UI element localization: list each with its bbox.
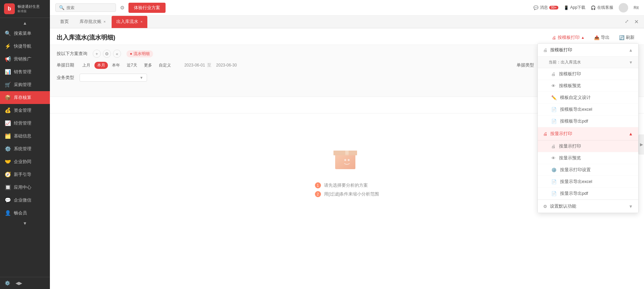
marketing-icon: 📢 [5, 56, 11, 62]
headset-icon: 🎧 [591, 5, 596, 10]
sidebar-item-system[interactable]: ⚙️ 系统管理 [0, 142, 50, 155]
tabbar: 首页 库存批次账 × 出入库流水 × ⤢ ✕ [50, 16, 644, 28]
template-preview-item[interactable]: 👁 按模板预览 [538, 80, 638, 92]
display-export-pdf-item[interactable]: 📄 按显示导出pdf [538, 188, 638, 200]
date-opt-custom[interactable]: 自定义 [156, 62, 174, 69]
tab-batch-label: 库存批次账 [80, 19, 101, 25]
empty-steps: 1 请先选择要分析的方案 2 用[过滤]条件来缩小分析范围 [315, 181, 379, 199]
pdf-icon2: 📄 [551, 191, 557, 196]
page-actions: 🖨 按模板打印 ▲ 📤 导出 🔄 刷新 [549, 33, 637, 42]
add-filter-btn[interactable]: + [93, 50, 101, 58]
phone-icon: 📱 [564, 5, 569, 10]
sidebar-item-sales[interactable]: 📊 销售管理 [0, 65, 50, 78]
tab-batch-close[interactable]: × [104, 20, 106, 24]
display-header-label: 按显示打印 [550, 131, 572, 137]
settings-icon[interactable]: ⚙️ [5, 281, 10, 286]
sidebar-item-guide[interactable]: 🧭 新手引导 [0, 168, 50, 181]
sidebar-item-shortcuts[interactable]: ⚡ 快捷导航 [0, 40, 50, 53]
template-export-pdf-item[interactable]: 📄 按模板导出pdf [538, 115, 638, 127]
sidebar-label-appcenter: 应用中心 [14, 184, 31, 190]
date-opt-thisyear[interactable]: 本年 [109, 62, 123, 69]
template-custom-item[interactable]: ✏️ 模板自定义设计 [538, 92, 638, 104]
sidebar-item-inventory[interactable]: 📦 库存核算 [0, 91, 50, 104]
sidebar-nav: ▲ 🔍 搜索菜单 ⚡ 快捷导航 📢 营销推广 📊 销售管理 🛒 采购管理 📦 库… [0, 18, 50, 277]
date-opt-more[interactable]: 更多 [141, 62, 155, 69]
shortcuts-icon: ⚡ [5, 43, 11, 49]
avatar[interactable] [619, 3, 628, 12]
online-service-btn[interactable]: 🎧 在线客服 [591, 5, 613, 10]
sidebar-label-guide: 新手引导 [14, 172, 31, 178]
date-field-label: 单据日期 [57, 62, 74, 68]
current-template-label[interactable]: 当前：出入库流水 ▼ [538, 57, 638, 68]
message-icon: 💬 [533, 5, 538, 10]
biz-type-label: 业务类型 [57, 75, 74, 81]
export-btn[interactable]: 📤 导出 [591, 33, 612, 42]
guide-icon: 🧭 [5, 172, 11, 178]
sidebar-label-shortcuts: 快捷导航 [14, 43, 31, 49]
close-panel-icon[interactable]: ✕ [634, 19, 639, 25]
basic-icon: 🗂️ [5, 133, 11, 139]
filter-settings-btn[interactable]: ⚙ [103, 50, 111, 58]
print-template-btn[interactable]: 🖨 按模板打印 ▲ [549, 33, 587, 42]
filter-collapse-btn[interactable]: « [113, 50, 121, 58]
industry-button[interactable]: 体验行业方案 [128, 3, 166, 13]
right-sidebar-tab[interactable]: ▶ [639, 134, 644, 155]
date-opt-thismonth[interactable]: 本月 [94, 62, 108, 69]
svg-point-5 [348, 159, 350, 161]
refresh-icon: 🔄 [619, 35, 624, 40]
sidebar-item-member[interactable]: 👤 畅会员 [0, 207, 50, 219]
display-settings-item[interactable]: ⚙️ 按显示打印设置 [538, 164, 638, 176]
sidebar-item-purchase[interactable]: 🛒 采购管理 [0, 78, 50, 91]
message-btn[interactable]: 💬 消息 99+ [533, 5, 558, 10]
sidebar-item-coop[interactable]: 🤝 企业协同 [0, 155, 50, 168]
system-icon: ⚙️ [5, 146, 11, 152]
excel-icon: 📄 [551, 107, 557, 112]
refresh-btn[interactable]: 🔄 刷新 [616, 33, 637, 42]
tab-home[interactable]: 首页 [55, 16, 74, 28]
dropdown-footer[interactable]: ⚙ 设置默认功能 ▼ [538, 200, 638, 213]
sidebar-item-basic[interactable]: 🗂️ 基础信息 [0, 130, 50, 142]
tab-flow[interactable]: 出入库流水 × [112, 16, 147, 28]
collapse-sidebar-icon[interactable]: ◀▶ [16, 281, 22, 286]
sidebar-item-wechat[interactable]: 💬 企业微信 [0, 194, 50, 207]
filter-tag[interactable]: ● 流水明细 [126, 50, 153, 57]
scroll-down-btn[interactable]: ▼ [0, 219, 50, 227]
topbar-search-box[interactable]: 🔍 [55, 3, 116, 12]
display-export-excel-item[interactable]: 📄 按显示导出excel [538, 176, 638, 188]
date-opt-7days[interactable]: 近7天 [124, 62, 140, 69]
app-download-btn[interactable]: 📱 App下载 [564, 5, 585, 10]
gear-icon[interactable]: ⚙ [120, 5, 124, 11]
template-print-item[interactable]: 🖨 按模板打印 [538, 68, 638, 80]
template-export-excel-item[interactable]: 📄 按模板导出excel [538, 104, 638, 115]
search-input[interactable] [66, 5, 107, 10]
biz-type-select[interactable]: ▼ [80, 74, 147, 82]
sidebar-label-finance: 资金管理 [14, 107, 31, 113]
inventory-icon: 📦 [5, 95, 11, 101]
scroll-up-btn[interactable]: ▲ [0, 19, 50, 27]
sidebar-item-search[interactable]: 🔍 搜索菜单 [0, 27, 50, 40]
template-section-header[interactable]: 🖨 按模板打印 ▲ [538, 44, 638, 57]
display-preview-item[interactable]: 👁 按显示预览 [538, 152, 638, 164]
sidebar-item-appcenter[interactable]: 🔲 应用中心 [0, 181, 50, 194]
sidebar-item-operations[interactable]: 📈 经营管理 [0, 117, 50, 130]
expand-icon[interactable]: ⤢ [625, 19, 629, 25]
date-options: 上月 本月 本年 近7天 更多 自定义 [80, 62, 174, 69]
display-print-item[interactable]: 🖨 按显示打印 [538, 140, 638, 152]
tab-flow-close[interactable]: × [140, 20, 142, 24]
display-section-header[interactable]: 🖨 按显示打印 ▲ [538, 127, 638, 140]
doc-type-label: 单据类型 [517, 62, 534, 68]
empty-icon [330, 140, 364, 174]
svg-marker-2 [333, 151, 345, 155]
printer-icon: 🖨 [543, 48, 548, 53]
date-opt-lastmonth[interactable]: 上月 [80, 62, 93, 69]
design-icon: ✏️ [551, 95, 557, 100]
tab-batch[interactable]: 库存批次账 × [75, 16, 110, 28]
settings-icon2: ⚙️ [551, 167, 557, 173]
sidebar-item-finance[interactable]: 💰 资金管理 [0, 104, 50, 117]
tab-home-label: 首页 [60, 19, 69, 25]
sidebar-item-marketing[interactable]: 📢 营销推广 [0, 53, 50, 65]
pdf-icon: 📄 [551, 119, 557, 124]
wechat-icon: 💬 [5, 197, 11, 203]
page-header: 出入库流水(流水明细) 🖨 按模板打印 ▲ 📤 导出 🔄 刷新 [50, 28, 644, 45]
print-icon: 🖨 [552, 35, 556, 40]
